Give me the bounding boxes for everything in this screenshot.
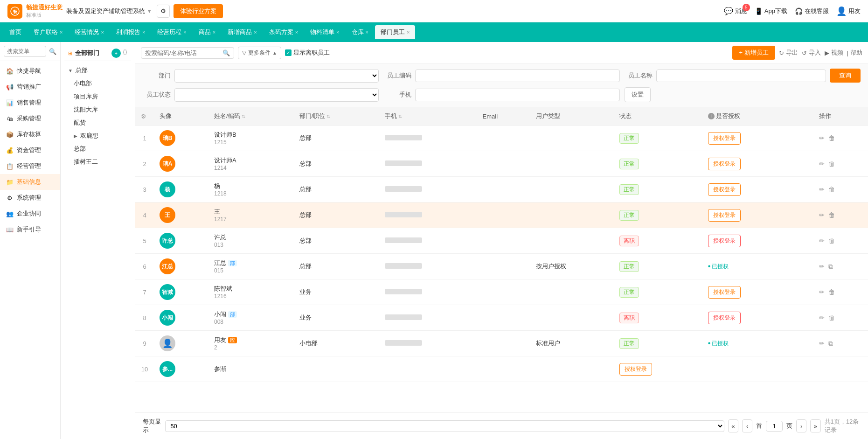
last-page-button[interactable]: » [810, 419, 820, 432]
close-icon[interactable]: × [60, 29, 62, 35]
delete-icon[interactable]: 🗑 [828, 211, 835, 219]
auth-button[interactable]: 授权登录 [708, 235, 741, 247]
copy-icon[interactable]: ⧉ [828, 340, 833, 348]
tab-add-goods[interactable]: 新增商品× [222, 25, 262, 39]
edit-icon[interactable]: ✏ [819, 288, 825, 296]
video-button[interactable]: ▶ 视频 [825, 49, 843, 57]
close-icon[interactable]: × [142, 29, 145, 35]
page-size-select[interactable]: 50 100 200 [165, 420, 724, 432]
sidebar-item-collab[interactable]: 👥 企业协同 [0, 206, 60, 222]
page-input[interactable] [766, 421, 783, 432]
tab-material[interactable]: 物料清单× [305, 25, 345, 39]
delete-icon[interactable]: 🗑 [828, 314, 835, 321]
message-button[interactable]: 💬 消息 5 [724, 7, 747, 15]
add-employee-button[interactable]: + 新增员工 [732, 46, 775, 60]
dept-select[interactable] [174, 69, 379, 83]
auth-button[interactable]: 授权登录 [708, 209, 741, 222]
sidebar-item-basic-info[interactable]: 📁 基础信息 [0, 174, 60, 190]
tree-item-general-hq[interactable]: ▼ 总部 [64, 64, 131, 77]
show-resigned-toggle[interactable]: ✓ 显示离职员工 [285, 49, 330, 57]
employee-code-input[interactable] [415, 70, 619, 82]
edit-icon[interactable]: ✏ [819, 134, 825, 142]
tab-profit[interactable]: 利润报告× [111, 25, 151, 39]
status-select[interactable] [174, 88, 379, 102]
close-icon[interactable]: × [407, 29, 410, 35]
tab-customer[interactable]: 客户联络× [28, 25, 68, 39]
search-button[interactable]: 查询 [830, 69, 861, 83]
delete-icon[interactable]: 🗑 [828, 186, 835, 193]
edit-icon[interactable]: ✏ [819, 340, 825, 348]
tree-item-cargo[interactable]: 配货 [64, 116, 131, 129]
app-download-button[interactable]: 📱 App下载 [755, 7, 787, 15]
employee-name-input[interactable] [656, 70, 826, 82]
sidebar-item-guide[interactable]: 📖 新手引导 [0, 222, 60, 237]
online-service-button[interactable]: 🎧 在线客服 [795, 7, 829, 15]
tree-item-project[interactable]: 项目库房 [64, 90, 131, 103]
copy-icon[interactable]: ⧉ [828, 263, 833, 271]
auth-button[interactable]: 授权登录 [619, 363, 652, 376]
edit-icon[interactable]: ✏ [819, 314, 825, 321]
edit-icon[interactable]: ✏ [819, 186, 825, 193]
delete-icon[interactable]: 🗑 [828, 237, 835, 244]
tab-department[interactable]: 部门员工× [375, 25, 415, 39]
tab-operations[interactable]: 经营情况× [69, 25, 109, 39]
sidebar-item-management[interactable]: 📋 经营管理 [0, 158, 60, 174]
auth-button[interactable]: 授权登录 [708, 158, 741, 170]
tab-barcode[interactable]: 条码方案× [264, 25, 304, 39]
auth-button[interactable]: 授权登录 [708, 286, 741, 299]
edit-icon[interactable]: ✏ [819, 263, 825, 271]
col-name[interactable]: 姓名/编码⇅ [208, 107, 294, 125]
col-phone[interactable]: 手机⇅ [379, 107, 477, 125]
trial-button[interactable]: 体验行业方案 [174, 4, 223, 18]
close-icon[interactable]: × [295, 29, 298, 35]
sidebar-item-sales[interactable]: 📊 销售管理 [0, 95, 60, 111]
edit-icon[interactable]: ✏ [819, 237, 825, 244]
auth-button[interactable]: 授权登录 [708, 132, 741, 145]
next-page-button[interactable]: › [796, 419, 806, 432]
phone-input[interactable] [415, 89, 619, 101]
auth-button[interactable]: 授权登录 [708, 183, 741, 196]
sidebar-item-purchase[interactable]: 🛍 采购管理 [0, 111, 60, 126]
tree-item-shuanglu[interactable]: ▶ 双鹿想 [64, 129, 131, 142]
sidebar-search-input[interactable] [4, 46, 46, 57]
more-conditions-button[interactable]: ▽ 更多条件 ▲ [238, 47, 281, 59]
tree-add-icon[interactable]: + [111, 49, 121, 58]
delete-icon[interactable]: 🗑 [828, 160, 835, 167]
close-icon[interactable]: × [101, 29, 104, 35]
sidebar-item-marketing[interactable]: 📢 营销推广 [0, 79, 60, 95]
sidebar-item-system[interactable]: ⚙ 系统管理 [0, 190, 60, 206]
tree-item-chushu[interactable]: 插树王二 [64, 155, 131, 168]
close-icon[interactable]: × [336, 29, 339, 35]
sidebar-item-quick-nav[interactable]: 🏠 快捷导航 [0, 63, 60, 79]
settings-icon[interactable]: ⚙ [157, 5, 170, 18]
delete-icon[interactable]: 🗑 [828, 134, 835, 142]
auth-button[interactable]: 授权登录 [708, 312, 741, 324]
gear-icon[interactable]: ⚙ [141, 113, 146, 120]
search-input[interactable] [145, 49, 220, 56]
first-page-button[interactable]: « [728, 419, 738, 432]
sidebar-item-inventory[interactable]: 📦 库存核算 [0, 126, 60, 142]
tab-home[interactable]: 首页 [4, 25, 27, 39]
edit-icon[interactable]: ✏ [819, 160, 825, 167]
prev-page-button[interactable]: ‹ [742, 419, 752, 432]
close-icon[interactable]: × [213, 29, 215, 35]
tab-history[interactable]: 经营历程× [152, 25, 192, 39]
help-button[interactable]: | 帮助 [847, 49, 862, 57]
tree-collapse-icon[interactable]: ⟨⟩ [123, 49, 127, 58]
delete-icon[interactable]: 🗑 [828, 288, 835, 296]
close-icon[interactable]: × [254, 29, 257, 35]
close-icon[interactable]: × [183, 29, 186, 35]
tab-warehouse[interactable]: 仓库× [346, 25, 374, 39]
edit-icon[interactable]: ✏ [819, 211, 825, 219]
close-icon[interactable]: × [366, 29, 368, 35]
tree-item-xiaodibu[interactable]: 小电部 [64, 77, 131, 90]
col-dept[interactable]: 部门/职位⇅ [294, 107, 379, 125]
tab-goods[interactable]: 商品× [193, 25, 221, 39]
tree-item-hq-sub[interactable]: 总部 [64, 142, 131, 155]
export-button[interactable]: ↻ 导出 [779, 49, 798, 57]
tree-item-shenyang[interactable]: 沈阳大库 [64, 103, 131, 116]
user-menu[interactable]: 👤 用友 [836, 6, 861, 16]
setting-button[interactable]: 设置 [625, 87, 651, 102]
import-button[interactable]: ↺ 导入 [802, 49, 821, 57]
sidebar-item-finance[interactable]: 💰 资金管理 [0, 142, 60, 158]
